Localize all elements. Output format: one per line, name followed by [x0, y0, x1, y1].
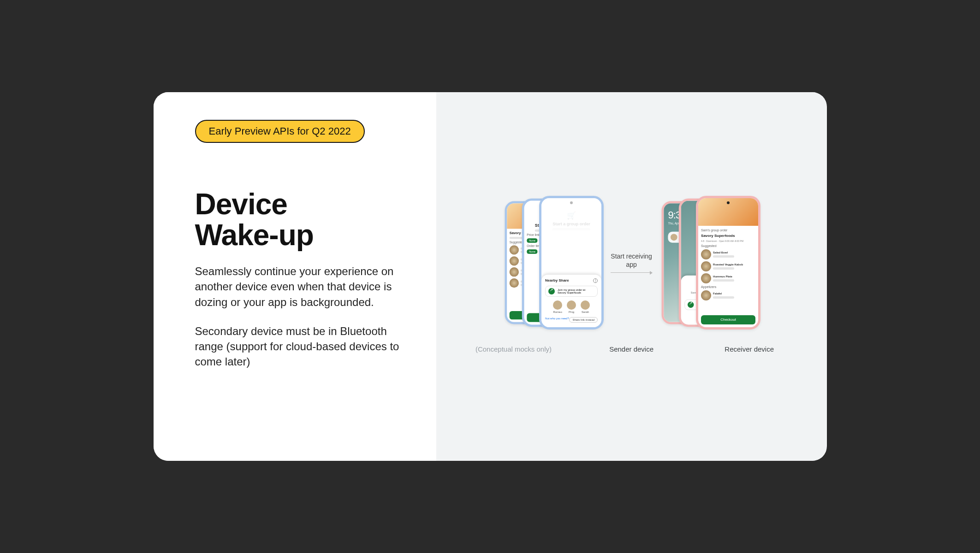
illustration-panel: Savory Superfoods Suggested: [436, 92, 827, 461]
description-paragraph-2: Secondary device must be in Bluetooth ra…: [195, 324, 418, 369]
nearby-contact: Sarah: [581, 300, 590, 313]
avatar-icon: [567, 300, 576, 310]
title-line-2: Wake-up: [195, 218, 314, 252]
nearby-share-sheet: Nearby Share ⋮ Join my group order at Sa…: [541, 275, 601, 327]
avatar-icon: [553, 300, 562, 310]
caption-conceptual: (Conceptual mocks only): [472, 345, 555, 353]
nearby-contact: Romeo: [553, 300, 562, 313]
share-icon: [688, 301, 694, 307]
slide-title: Device Wake-up: [195, 189, 418, 251]
food-thumb-icon: [510, 256, 519, 265]
share-icon: [548, 288, 555, 294]
food-thumb-icon: [701, 290, 711, 300]
restaurant-meta: 4.8 · Downtown · Open 9:00 AM–9:00 PM: [701, 240, 755, 242]
sender-phone-3: 🛒 Start a group order Nearby Share ⋮: [539, 196, 604, 329]
food-thumb-icon: [510, 278, 519, 288]
food-thumb-icon: [701, 273, 711, 283]
presentation-slide: Early Preview APIs for Q2 2022 Device Wa…: [154, 92, 827, 461]
menu-item: Roasted Veggie Kabob: [713, 263, 755, 266]
description-paragraph-1: Seamlessly continue your experience on a…: [195, 264, 418, 309]
not-who-link: Not who you need?: [545, 317, 569, 323]
title-line-1: Device: [195, 188, 287, 221]
camera-notch-icon: [727, 201, 730, 204]
caption-receiver: Receiver device: [708, 345, 791, 353]
settings-icon: ⋮: [593, 278, 598, 283]
text-panel: Early Preview APIs for Q2 2022 Device Wa…: [154, 92, 436, 461]
checkout-button: Checkout: [701, 315, 755, 324]
sheet-title: Nearby Share: [545, 278, 569, 282]
diagram-captions: (Conceptual mocks only) Sender device Re…: [455, 345, 808, 353]
share-payload: Join my group order at Savory Superfoods: [545, 286, 598, 297]
menu-item: Salad Bowl: [713, 251, 755, 254]
price-option: None: [527, 238, 537, 243]
share-text: Join my group order at Savory Superfoods: [558, 288, 594, 294]
menu-item: Hummus Plate: [713, 275, 755, 278]
menu-item: Falafel: [713, 292, 755, 295]
receiver-phones: 9:30 Thu, Apr 28 Join my order from Food…: [659, 191, 760, 334]
group-order-heading-dimmed: Start a group order: [544, 222, 599, 226]
arrow-label-text: Start receiving app: [608, 252, 654, 269]
food-thumb-icon: [510, 245, 519, 254]
food-thumb-icon: [510, 267, 519, 276]
caption-sender: Sender device: [590, 345, 673, 353]
time-option: None: [527, 249, 537, 254]
transition-arrow: Start receiving app: [608, 252, 654, 273]
section-label: Suggested: [701, 244, 755, 247]
device-diagram: Savory Superfoods Suggested: [455, 191, 808, 334]
receiver-phone-3: Sam's group order Savory Superfoods 4.8 …: [696, 196, 760, 329]
avatar-icon: [581, 300, 590, 310]
section-label-2: Appetizers: [701, 285, 755, 288]
nearby-contact: Ping: [567, 300, 576, 313]
preview-badge: Early Preview APIs for Q2 2022: [195, 120, 365, 143]
share-link-button: Share link instead: [569, 317, 598, 323]
sender-phones: Savory Superfoods Suggested: [502, 191, 604, 334]
food-thumb-icon: [701, 261, 711, 271]
sender-cluster: Savory Superfoods Suggested: [502, 191, 604, 334]
receiver-cluster: 9:30 Thu, Apr 28 Join my order from Food…: [659, 191, 760, 334]
food-thumb-icon: [701, 249, 711, 259]
avatar-icon: [671, 234, 677, 241]
group-order-header: Sam's group order: [701, 229, 755, 232]
restaurant-title: Savory Superfoods: [701, 234, 755, 238]
arrow-icon: [611, 272, 652, 273]
